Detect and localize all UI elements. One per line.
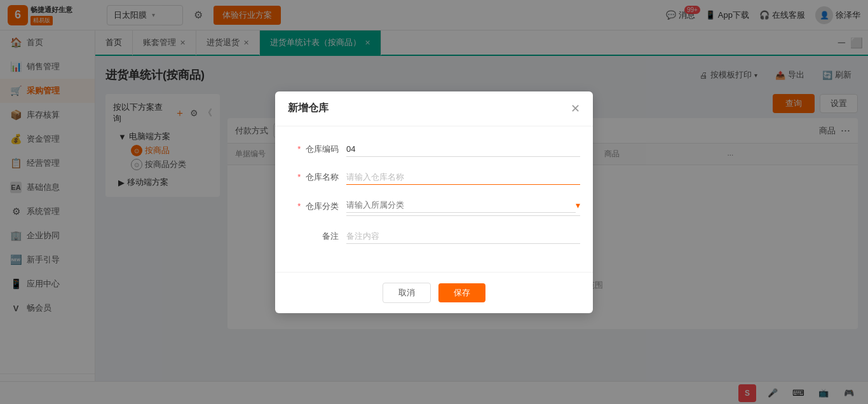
warehouse-category-label: * 仓库分类	[288, 201, 339, 212]
cancel-button[interactable]: 取消	[383, 283, 431, 303]
modal-footer: 取消 保存	[275, 272, 593, 313]
form-row-remark: 备注	[288, 229, 580, 244]
category-dropdown-icon[interactable]: ▾	[576, 200, 580, 210]
warehouse-code-input[interactable]	[346, 142, 580, 157]
save-button[interactable]: 保存	[438, 283, 485, 302]
form-row-warehouse-category: * 仓库分类 ▾	[288, 198, 580, 216]
modal-overlay[interactable]: 新增仓库 ✕ * 仓库编码 * 仓库名称	[0, 0, 868, 404]
required-mark: *	[297, 144, 301, 154]
warehouse-name-label: * 仓库名称	[288, 172, 339, 183]
remark-label: 备注	[288, 231, 339, 242]
modal-body: * 仓库编码 * 仓库名称 * 仓库分类	[275, 126, 593, 272]
remark-input[interactable]	[346, 229, 580, 244]
form-row-warehouse-code: * 仓库编码	[288, 142, 580, 157]
warehouse-category-input[interactable]	[346, 198, 576, 213]
required-mark: *	[297, 201, 301, 211]
warehouse-name-input[interactable]	[346, 170, 580, 185]
add-warehouse-modal: 新增仓库 ✕ * 仓库编码 * 仓库名称	[275, 91, 593, 313]
required-mark: *	[297, 172, 301, 182]
modal-header: 新增仓库 ✕	[275, 91, 593, 126]
form-row-warehouse-name: * 仓库名称	[288, 170, 580, 185]
modal-title: 新增仓库	[288, 102, 329, 115]
modal-close-button[interactable]: ✕	[571, 102, 580, 116]
warehouse-code-label: * 仓库编码	[288, 144, 339, 155]
